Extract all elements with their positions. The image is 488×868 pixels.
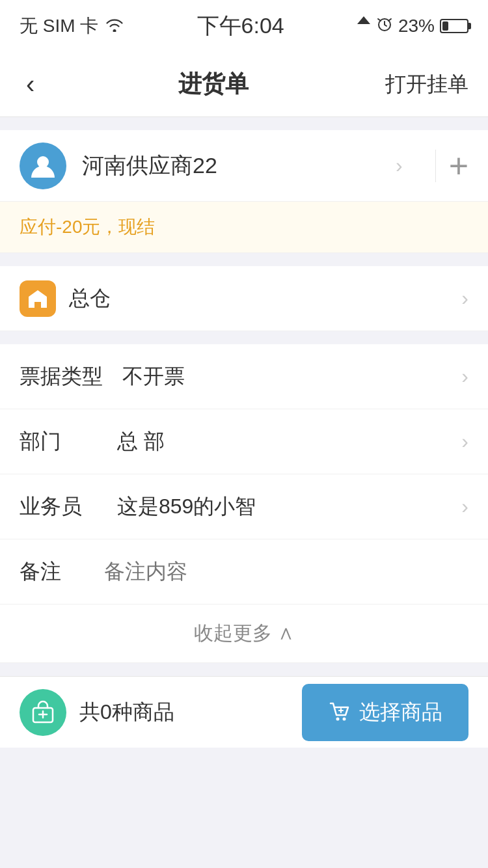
remark-row[interactable]: 备注 — [0, 539, 488, 604]
person-icon — [29, 152, 57, 180]
alert-text: 应付-20元，现结 — [20, 217, 155, 237]
supplier-divider — [435, 150, 436, 182]
invoice-type-label: 票据类型 — [20, 362, 103, 391]
department-value: 总 部 — [117, 427, 461, 456]
product-count: 共0种商品 — [79, 698, 302, 727]
salesperson-row[interactable]: 业务员 这是859的小智 › — [0, 474, 488, 539]
salesperson-label: 业务员 — [20, 493, 98, 521]
supplier-arrow-icon: › — [396, 154, 403, 178]
status-left: 无 SIM 卡 — [20, 14, 124, 38]
back-button[interactable]: ‹ — [20, 63, 41, 105]
status-right: 23% — [357, 16, 468, 37]
department-arrow-icon: › — [461, 429, 468, 454]
remark-input[interactable] — [104, 560, 468, 584]
battery-icon — [440, 19, 468, 33]
cart-icon — [328, 701, 351, 724]
svg-point-3 — [336, 717, 340, 720]
supplier-row[interactable]: 河南供应商22 › + — [0, 130, 488, 202]
status-time: 下午6:04 — [197, 11, 284, 41]
warehouse-icon — [20, 280, 56, 317]
select-product-label: 选择商品 — [359, 698, 442, 727]
collapse-row[interactable]: 收起更多 ∧ — [0, 604, 488, 663]
battery-percent: 23% — [398, 16, 435, 36]
invoice-type-arrow-icon: › — [461, 364, 468, 388]
alert-row: 应付-20元，现结 — [0, 202, 488, 253]
no-sim-text: 无 SIM 卡 — [20, 14, 98, 38]
alarm-icon — [376, 16, 393, 37]
bottom-bar: 共0种商品 选择商品 — [0, 676, 488, 748]
mid-divider1 — [0, 253, 488, 266]
remark-label: 备注 — [20, 558, 85, 586]
warehouse-arrow-icon: › — [461, 286, 468, 310]
collapse-label: 收起更多 ∧ — [194, 620, 293, 647]
warehouse-name: 总仓 — [69, 284, 461, 313]
bag-icon — [29, 699, 57, 726]
department-label: 部门 — [20, 427, 98, 456]
department-row[interactable]: 部门 总 部 › — [0, 409, 488, 474]
status-bar: 无 SIM 卡 下午6:04 23% — [0, 0, 488, 52]
supplier-section: 河南供应商22 › + 应付-20元，现结 — [0, 130, 488, 253]
top-divider — [0, 117, 488, 130]
select-product-button[interactable]: 选择商品 — [302, 684, 468, 741]
mid-divider2 — [0, 331, 488, 344]
home-icon — [27, 288, 49, 310]
location-icon — [357, 16, 371, 37]
invoice-type-value: 不开票 — [122, 362, 461, 391]
add-supplier-button[interactable]: + — [449, 149, 468, 183]
invoice-type-row[interactable]: 票据类型 不开票 › — [0, 344, 488, 409]
wifi-icon — [105, 16, 124, 36]
salesperson-arrow-icon: › — [461, 495, 468, 519]
supplier-avatar — [20, 142, 66, 189]
supplier-name: 河南供应商22 — [82, 151, 396, 181]
svg-point-4 — [343, 717, 346, 720]
product-icon — [20, 689, 66, 736]
nav-bar: ‹ 进货单 打开挂单 — [0, 52, 488, 117]
open-pending-button[interactable]: 打开挂单 — [385, 70, 468, 99]
warehouse-row[interactable]: 总仓 › — [0, 266, 488, 331]
page-title: 进货单 — [178, 68, 249, 100]
salesperson-value: 这是859的小智 — [117, 493, 461, 521]
form-section: 票据类型 不开票 › 部门 总 部 › 业务员 这是859的小智 › 备注 收起… — [0, 344, 488, 663]
